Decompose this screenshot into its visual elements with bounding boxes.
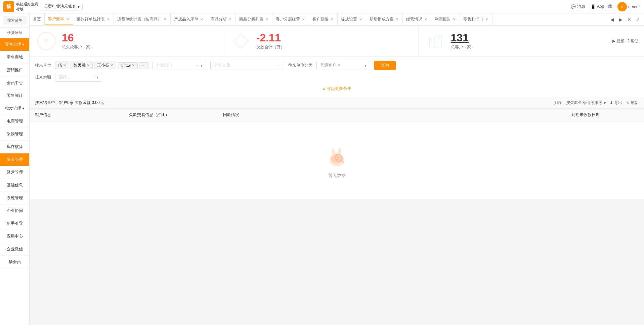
tab-close-all-btn[interactable]: ✕ bbox=[626, 16, 633, 23]
tab-nav-left-btn[interactable]: ◀ bbox=[609, 16, 615, 23]
tab-close-customer-accounts[interactable]: ✕ bbox=[66, 17, 70, 21]
sidebar-item-marketing[interactable]: 营销推广 bbox=[0, 64, 29, 77]
tab-close-customer-segment[interactable]: ✕ bbox=[301, 17, 305, 22]
help-link[interactable]: ? 帮助 bbox=[627, 38, 639, 44]
tab-promotion-settings[interactable]: 提成设置 ✕ bbox=[338, 13, 366, 25]
tab-close-operations-status[interactable]: ✕ bbox=[424, 17, 428, 22]
stat-info-debt-customers: 16 总欠款客户（家） bbox=[62, 32, 94, 50]
tab-close-retail-profit[interactable]: ✕ bbox=[485, 17, 489, 22]
sidebar-item-system-mgmt[interactable]: 系统管理 bbox=[0, 192, 29, 205]
remove-tag-chen[interactable]: ✕ bbox=[87, 63, 90, 68]
sort-selector[interactable]: 排序：按欠款金额倒序排序 ▾ bbox=[554, 100, 606, 106]
svg-rect-7 bbox=[431, 41, 432, 42]
sidebar-item-inventory[interactable]: 库存核算 bbox=[0, 141, 29, 153]
filter-tag-wang[interactable]: 王小亮 ✕ bbox=[94, 62, 116, 69]
tab-inbound-stats[interactable]: 进货单统计表（按商品） ✕ bbox=[114, 13, 171, 25]
sidebar-item-enterprise-collab[interactable]: 企业协同 bbox=[0, 205, 29, 217]
tab-operations-status[interactable]: 经营情况 ✕ bbox=[403, 13, 431, 25]
refresh-btn[interactable]: ↻ 刷新 bbox=[626, 100, 639, 106]
tab-profit-report[interactable]: 利润报告 ✕ bbox=[431, 13, 460, 25]
table-header: 客户信息 欠款交易信息（占比） 回款情况 到期未收款日期 bbox=[30, 109, 644, 121]
filter-unit-category-label: 往来单位分类 bbox=[288, 63, 312, 68]
tab-close-product-analysis-list[interactable]: ✕ bbox=[265, 17, 269, 22]
filter-tag-wu[interactable]: 伍 ✕ bbox=[55, 62, 69, 69]
filter-dept-select[interactable]: 分管部门 ··· ▾ bbox=[153, 61, 206, 70]
video-link[interactable]: ▶ 视频 bbox=[612, 38, 625, 44]
svg-text:¥: ¥ bbox=[44, 37, 49, 45]
tab-customer-contact[interactable]: 客户联络 ✕ bbox=[309, 13, 338, 25]
data-table: 客户信息 欠款交易信息（占比） 回款情况 到期未收款日期 bbox=[30, 109, 644, 199]
account-selector[interactable]: 母婴行业演示账套 ▾ bbox=[41, 3, 83, 10]
sidebar-item-batch-mgmt[interactable]: 批发管理 ▾ bbox=[0, 102, 29, 115]
tab-new-promotion[interactable]: 新增提成方案 ✕ bbox=[366, 13, 403, 25]
tab-close-purchase-order-stats[interactable]: ✕ bbox=[106, 17, 110, 22]
search-btn[interactable]: 查询 bbox=[374, 61, 396, 70]
tab-close-new-promotion[interactable]: ✕ bbox=[395, 17, 399, 22]
sidebar-item-app-center[interactable]: 应用中心 bbox=[0, 230, 29, 243]
filter-row-1: 往来单位 伍 ✕ 陈民强 ✕ 王小亮 ✕ bbox=[35, 61, 639, 70]
sidebar-item-retail-mgmt[interactable]: 零售管理 ▾ bbox=[0, 38, 29, 51]
tab-home[interactable]: 首页 bbox=[30, 13, 45, 25]
filter-balance-select[interactable]: 选择... ▾ bbox=[55, 73, 102, 82]
tab-close-product-analysis[interactable]: ✕ bbox=[228, 17, 232, 22]
filter-area: 往来单位 伍 ✕ 陈民强 ✕ 王小亮 ✕ bbox=[30, 57, 644, 97]
sidebar-item-retail-stats[interactable]: 零售统计 bbox=[0, 89, 29, 102]
export-icon: ⬇ bbox=[610, 101, 613, 105]
balance-chevron-icon: ▾ bbox=[96, 75, 98, 80]
diamond-icon bbox=[231, 32, 250, 50]
tab-product-analysis-list[interactable]: 商品分析列表 ✕ bbox=[236, 13, 272, 25]
sidebar-item-ecommerce[interactable]: 电商管理 bbox=[0, 115, 29, 128]
svg-point-18 bbox=[338, 156, 339, 158]
sidebar-search-btn[interactable]: 搜索菜单 bbox=[3, 16, 27, 25]
tab-close-promotion-settings[interactable]: ✕ bbox=[358, 17, 362, 22]
filter-unit-label: 往来单位 bbox=[35, 63, 51, 68]
tab-close-inbound-stats[interactable]: ✕ bbox=[163, 17, 167, 22]
filter-unit-category-select[interactable]: 普通客户 ✕ ▾ bbox=[316, 61, 370, 70]
sidebar-quick-nav[interactable]: 快捷导航 bbox=[0, 28, 29, 38]
sidebar-item-basic-info[interactable]: 基础信息 bbox=[0, 179, 29, 192]
phone-icon: 📱 bbox=[591, 4, 596, 9]
sidebar-item-member-center[interactable]: 会员中心 bbox=[0, 77, 29, 89]
filter-person-select[interactable]: 分管人员 ··· bbox=[210, 61, 284, 70]
export-btn[interactable]: ⬇ 导出 bbox=[610, 100, 622, 106]
filter-tag-common-customer[interactable]: 普通客户 ✕ bbox=[320, 63, 342, 68]
sidebar-item-finance-mgmt[interactable]: 资金管理 bbox=[0, 153, 29, 166]
coin-icon: ¥ bbox=[37, 32, 56, 50]
remove-tag-common-customer[interactable]: ✕ bbox=[337, 63, 340, 68]
sidebar-item-enterprise-wechat[interactable]: 企业微信 bbox=[0, 243, 29, 256]
top-bar-right: 💬 消息 📱 App下载 d demo2 bbox=[571, 2, 641, 11]
filter-tag-cjttcw[interactable]: cjttcw ✕ bbox=[118, 62, 138, 69]
tab-nav-right-btn[interactable]: ▶ bbox=[617, 16, 624, 23]
collapse-filter-btn[interactable]: ∧ 收起更多条件 bbox=[35, 84, 639, 93]
tab-purchase-order-stats[interactable]: 采购订单统计表 ✕ bbox=[73, 13, 114, 25]
filter-tag-chen[interactable]: 陈民强 ✕ bbox=[71, 62, 93, 69]
tab-close-customer-contact[interactable]: ✕ bbox=[330, 17, 334, 22]
tab-close-product-inbound[interactable]: ✕ bbox=[200, 17, 204, 22]
sidebar-search-area: 搜索菜单 bbox=[0, 13, 29, 28]
sidebar-item-operations-mgmt[interactable]: 经营管理 bbox=[0, 166, 29, 179]
sidebar-item-vip-member[interactable]: 畅会员 bbox=[0, 256, 29, 268]
user-avatar-btn[interactable]: d demo2 bbox=[617, 2, 641, 11]
no-data-icon bbox=[324, 142, 350, 169]
stat-icon-debt: ¥ bbox=[36, 31, 56, 51]
sidebar-item-retail-mall[interactable]: 零售商城 bbox=[0, 51, 29, 64]
tab-product-inbound[interactable]: 产成品入库单 ✕ bbox=[171, 13, 207, 25]
tab-retail-profit[interactable]: 零售利润（ ✕ bbox=[460, 13, 492, 25]
stat-info-debt-amount: -2.11 欠款合计（万） bbox=[256, 32, 285, 50]
sidebar-item-new-guide[interactable]: 新手引导 bbox=[0, 217, 29, 230]
remove-tag-cjttcw[interactable]: ✕ bbox=[132, 63, 135, 68]
tab-product-analysis[interactable]: 商品分析 ✕ bbox=[207, 13, 236, 25]
tab-customer-accounts[interactable]: 客户账本 ✕ bbox=[45, 13, 73, 25]
remove-tag-wu[interactable]: ✕ bbox=[63, 63, 66, 68]
sidebar-item-purchase-mgmt[interactable]: 采购管理 bbox=[0, 128, 29, 141]
stat-number-debt-customers: 16 bbox=[62, 32, 94, 43]
message-btn[interactable]: 💬 消息 bbox=[571, 4, 585, 9]
tab-customer-segment[interactable]: 客户分层经营 ✕ bbox=[272, 13, 309, 25]
tab-close-profit-report[interactable]: ✕ bbox=[452, 17, 456, 22]
filter-tag-more[interactable]: ··· bbox=[139, 62, 148, 69]
app-download-btn[interactable]: 📱 App下载 bbox=[591, 4, 612, 9]
tab-fullscreen-btn[interactable]: ⤢ bbox=[635, 16, 641, 23]
empty-text: 暂无数据 bbox=[328, 173, 346, 179]
sidebar: 搜索菜单 快捷导航 零售管理 ▾ 零售商城 营销推广 会员中心 零售统计 批发管… bbox=[0, 13, 30, 325]
remove-tag-wang[interactable]: ✕ bbox=[110, 63, 113, 68]
